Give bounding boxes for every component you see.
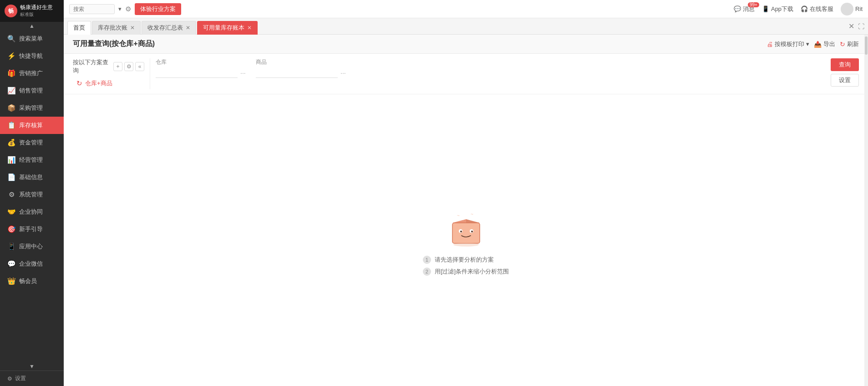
empty-hint-2: 2 用[过滤]条件来缩小分析范围 — [423, 268, 509, 276]
sidebar-item-member[interactable]: 👑 畅会员 — [0, 273, 64, 290]
filter-actions: 查询 设置 — [831, 58, 859, 87]
marketing-icon: 🎁 — [7, 69, 15, 77]
shortcut-icon: ⚡ — [7, 52, 15, 60]
sidebar: 畅 畅康通好生意 标准版 ▲ 🔍 搜索菜单 ⚡ 快捷导航 🎁 营销推广 📈 销售… — [0, 0, 64, 386]
sidebar-scroll-down[interactable]: ▼ — [0, 362, 64, 371]
tab-inventory-summary[interactable]: 收发存汇总表 ✕ — [142, 21, 196, 35]
goods-input[interactable] — [256, 68, 338, 78]
sidebar-item-label: 基础信息 — [19, 173, 43, 181]
app-download-icon: 📱 — [762, 5, 769, 12]
tab-inventory-summary-close-icon[interactable]: ✕ — [186, 25, 190, 31]
scheme-item-label: 仓库+商品 — [85, 79, 112, 87]
tabbar-close-btn[interactable]: ✕ — [848, 22, 854, 31]
tab-available-inventory[interactable]: 可用量库存账本 ✕ — [197, 21, 258, 35]
sidebar-item-finance[interactable]: 💰 资金管理 — [0, 134, 64, 151]
empty-hint-1: 1 请先选择要分析的方案 — [423, 256, 509, 264]
topbar-gear-btn[interactable]: ⚙ — [125, 5, 131, 13]
page-header: 可用量查询(按仓库+商品) 🖨 按模板打印 ▾ 📤 导出 ↻ 刷新 — [64, 35, 868, 54]
message-badge: 99+ — [748, 2, 759, 7]
tabbar-end: ✕ ⛶ — [848, 22, 864, 31]
export-btn[interactable]: 📤 导出 — [814, 40, 835, 48]
query-btn[interactable]: 查询 — [831, 58, 859, 71]
scheme-item-warehouse-goods[interactable]: ↻ 仓库+商品 — [73, 77, 144, 89]
empty-illustration: ~ ~ — [443, 205, 489, 250]
member-icon: 👑 — [7, 277, 15, 285]
finance-icon: 💰 — [7, 139, 15, 147]
sidebar-item-basic-info[interactable]: 📄 基础信息 — [0, 169, 64, 186]
filter-settings-btn[interactable]: 设置 — [831, 74, 859, 87]
enterprise-icon: 🤝 — [7, 208, 15, 216]
tabbar-resize-btn[interactable]: ⛶ — [858, 23, 864, 30]
sidebar-item-newbie[interactable]: 🎯 新手引导 — [0, 221, 64, 238]
print-template-btn[interactable]: 🖨 按模板打印 ▾ — [766, 40, 809, 48]
sidebar-item-system[interactable]: ⚙ 系统管理 — [0, 186, 64, 203]
hint-num-2: 2 — [423, 268, 431, 276]
page-title: 可用量查询(按仓库+商品) — [73, 39, 155, 49]
online-service-label: 在线客服 — [810, 5, 833, 13]
page-content: 可用量查询(按仓库+商品) 🖨 按模板打印 ▾ 📤 导出 ↻ 刷新 — [64, 35, 868, 386]
online-service-icon: 🎧 — [801, 5, 808, 12]
tab-home[interactable]: 首页 — [67, 21, 91, 35]
inventory-icon: 📋 — [7, 121, 15, 129]
filter-scheme-panel: 按以下方案查询 + ⚙ « ↻ 仓库+商品 — [73, 58, 150, 89]
user-avatar-btn[interactable]: Rit — [841, 3, 863, 15]
sidebar-item-app-center[interactable]: 📱 应用中心 — [0, 238, 64, 255]
sidebar-header: 畅 畅康通好生意 标准版 — [0, 0, 64, 22]
print-dropdown-icon[interactable]: ▾ — [806, 41, 809, 47]
sidebar-item-label: 应用中心 — [19, 242, 43, 251]
sidebar-scroll-up[interactable]: ▲ — [0, 22, 64, 30]
warehouse-input[interactable] — [156, 68, 238, 78]
right-scrollbar[interactable] — [864, 35, 868, 386]
purchase-icon: 📦 — [7, 104, 15, 112]
export-icon: 📤 — [814, 41, 822, 48]
sidebar-item-label: 快捷导航 — [19, 52, 43, 60]
svg-point-4 — [460, 231, 462, 232]
tab-batch-close-icon[interactable]: ✕ — [130, 25, 135, 31]
sidebar-item-search[interactable]: 🔍 搜索菜单 — [0, 30, 64, 47]
sidebar-item-wechat[interactable]: 💬 企业微信 — [0, 255, 64, 273]
topbar: ▾ ⚙ 体验行业方案 💬 消息 99+ 📱 App下载 🎧 在线客服 Rit — [64, 0, 868, 18]
filter-scheme-title-label: 按以下方案查询 — [73, 58, 113, 75]
operation-icon: 📊 — [7, 156, 15, 164]
sidebar-item-enterprise[interactable]: 🤝 企业协同 — [0, 203, 64, 221]
refresh-icon: ↻ — [840, 41, 845, 48]
scheme-settings-btn[interactable]: ⚙ — [124, 62, 133, 71]
sidebar-item-label: 新手引导 — [19, 225, 43, 233]
scheme-collapse-btn[interactable]: « — [135, 62, 144, 71]
goods-label: 商品 — [256, 58, 347, 66]
tab-batch-account-label: 库存批次账 — [98, 24, 127, 32]
tabbar: 首页 库存批次账 ✕ 收发存汇总表 ✕ 可用量库存账本 ✕ ✕ ⛶ — [64, 18, 868, 35]
tab-available-close-icon[interactable]: ✕ — [247, 25, 252, 31]
scheme-add-btn[interactable]: + — [113, 62, 122, 71]
empty-hints: 1 请先选择要分析的方案 2 用[过滤]条件来缩小分析范围 — [423, 256, 509, 276]
main-area: ▾ ⚙ 体验行业方案 💬 消息 99+ 📱 App下载 🎧 在线客服 Rit — [64, 0, 868, 386]
online-service-btn[interactable]: 🎧 在线客服 — [801, 5, 833, 13]
goods-more-btn[interactable]: ··· — [340, 69, 346, 77]
sidebar-item-label: 搜索菜单 — [19, 35, 43, 43]
refresh-btn[interactable]: ↻ 刷新 — [840, 40, 859, 48]
app-download-btn[interactable]: 📱 App下载 — [762, 5, 793, 13]
print-icon: 🖨 — [766, 41, 773, 48]
sidebar-item-shortcut[interactable]: ⚡ 快捷导航 — [0, 47, 64, 65]
tab-batch-account[interactable]: 库存批次账 ✕ — [92, 21, 141, 35]
sidebar-item-label: 企业微信 — [19, 260, 43, 268]
svg-point-6 — [453, 243, 479, 247]
warehouse-more-btn[interactable]: ··· — [240, 69, 246, 77]
hint-text-1: 请先选择要分析的方案 — [435, 256, 494, 264]
sales-icon: 📈 — [7, 87, 15, 95]
sidebar-settings[interactable]: ⚙ 设置 — [0, 371, 64, 386]
svg-text:~: ~ — [471, 212, 473, 217]
sidebar-item-label: 采购管理 — [19, 104, 43, 112]
sidebar-item-sales[interactable]: 📈 销售管理 — [0, 82, 64, 99]
topbar-dropdown-btn[interactable]: ▾ — [118, 5, 122, 12]
goods-row: ··· — [256, 68, 347, 78]
app-name: 畅康通好生意 — [20, 4, 53, 11]
sidebar-item-purchase[interactable]: 📦 采购管理 — [0, 99, 64, 117]
topbar-search-input[interactable] — [69, 4, 115, 14]
sidebar-item-inventory[interactable]: 📋 库存核算 — [0, 117, 64, 134]
experience-industry-btn[interactable]: 体验行业方案 — [135, 3, 181, 15]
message-btn[interactable]: 💬 消息 99+ — [734, 5, 755, 13]
sidebar-item-operation[interactable]: 📊 经营管理 — [0, 151, 64, 169]
svg-text:~: ~ — [457, 213, 460, 218]
sidebar-item-marketing[interactable]: 🎁 营销推广 — [0, 65, 64, 82]
